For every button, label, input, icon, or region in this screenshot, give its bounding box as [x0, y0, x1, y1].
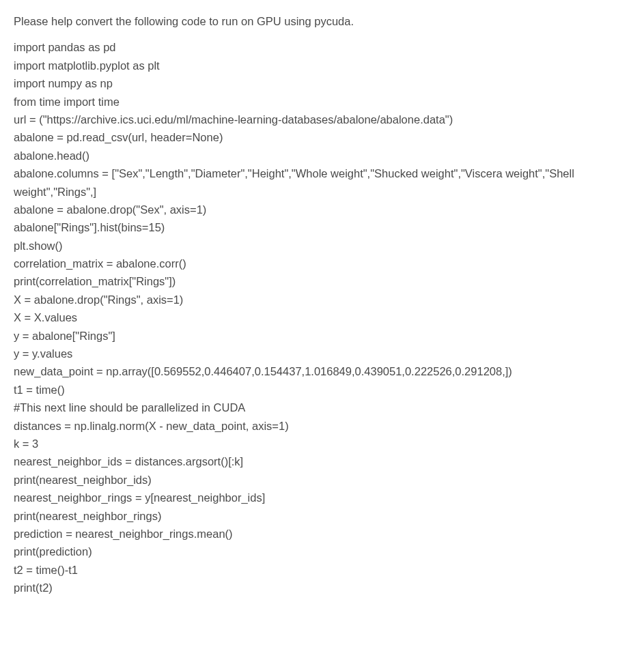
code-line: correlation_matrix = abalone.corr() [14, 255, 630, 272]
code-line: print(t2) [14, 579, 630, 596]
code-line: prediction = nearest_neighbor_rings.mean… [14, 525, 630, 543]
code-line: nearest_neighbor_ids = distances.argsort… [14, 452, 630, 470]
code-line: import pandas as pd [14, 38, 630, 56]
code-line: abalone = pd.read_csv(url, header=None) [14, 128, 630, 146]
code-line: print(prediction) [14, 543, 630, 560]
code-line: distances = np.linalg.norm(X - new_data_… [14, 417, 630, 435]
code-line: abalone["Rings"].hist(bins=15) [14, 218, 630, 236]
code-line: y = abalone["Rings"] [14, 327, 630, 345]
code-line: nearest_neighbor_rings = y[nearest_neigh… [14, 489, 630, 506]
code-line: X = abalone.drop("Rings", axis=1) [14, 291, 630, 308]
code-line: url = ("https://archive.ics.uci.edu/ml/m… [14, 111, 630, 128]
code-line: import matplotlib.pyplot as plt [14, 57, 630, 74]
code-line: import numpy as np [14, 74, 630, 92]
code-line: abalone.head() [14, 147, 630, 164]
code-line: abalone.columns = ["Sex","Length","Diame… [14, 164, 630, 201]
code-line: print(nearest_neighbor_ids) [14, 471, 630, 489]
code-line: y = y.values [14, 345, 630, 362]
code-line: from time import time [14, 93, 630, 111]
code-line: new_data_point = np.array([0.569552,0.44… [14, 362, 630, 380]
code-line: t1 = time() [14, 381, 630, 399]
code-line: abalone = abalone.drop("Sex", axis=1) [14, 201, 630, 218]
code-line: plt.show() [14, 237, 630, 255]
code-block: import pandas as pdimport matplotlib.pyp… [14, 38, 630, 596]
code-line: t2 = time()-t1 [14, 561, 630, 579]
code-line: #This next line should be parallelized i… [14, 399, 630, 416]
code-line: X = X.values [14, 308, 630, 326]
code-line: print(correlation_matrix["Rings"]) [14, 272, 630, 290]
prompt-text: Please help convert the following code t… [14, 12, 630, 30]
code-line: print(nearest_neighbor_rings) [14, 507, 630, 525]
code-line: k = 3 [14, 435, 630, 452]
